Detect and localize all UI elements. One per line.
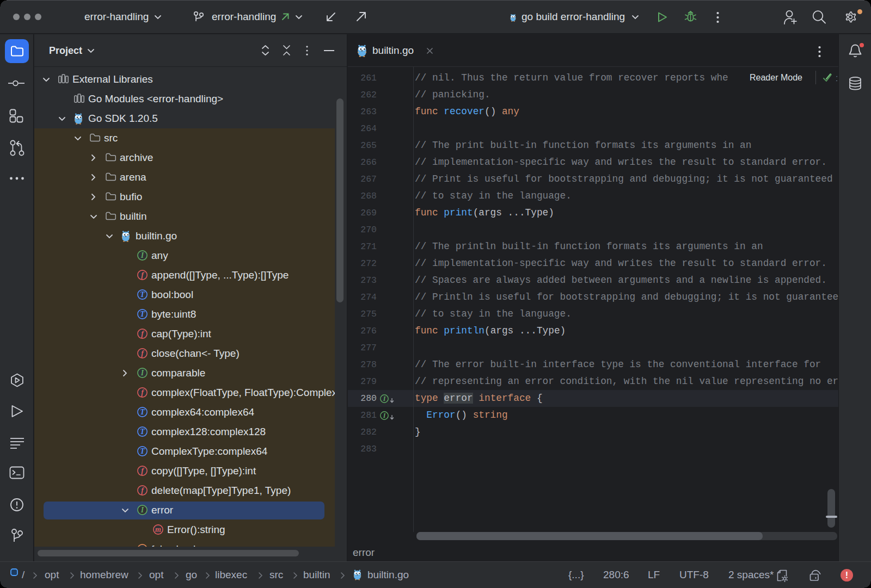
svg-text:T: T [140, 447, 145, 455]
svg-text:m: m [155, 525, 161, 534]
svg-text:T: T [140, 408, 145, 416]
svg-text:I: I [140, 369, 144, 377]
svg-text:T: T [140, 290, 145, 299]
svg-text:T: T [140, 428, 145, 436]
svg-text:I: I [383, 412, 387, 419]
svg-text:I: I [383, 395, 387, 403]
svg-text:I: I [140, 506, 144, 514]
svg-text:T: T [140, 310, 145, 318]
svg-text:I: I [140, 251, 144, 259]
